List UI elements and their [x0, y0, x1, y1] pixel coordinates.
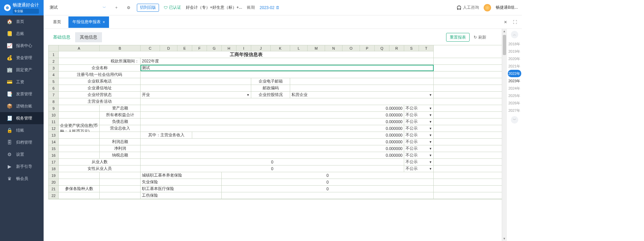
scroll-up-icon[interactable]: ▲	[502, 29, 507, 34]
cell[interactable]	[59, 145, 100, 152]
row-header[interactable]: 14	[49, 139, 59, 145]
period-selector[interactable]: 2023-02 🗓	[260, 5, 280, 10]
year-item[interactable]: 2019年	[508, 48, 521, 55]
cell[interactable]: 负债总额	[100, 118, 141, 125]
col-header[interactable]: E	[177, 45, 192, 51]
year-item[interactable]: 2025年	[508, 92, 521, 99]
cell[interactable]	[100, 172, 141, 179]
year-item[interactable]: 2018年	[508, 40, 521, 48]
dropdown-cell[interactable]: 不公示▼	[404, 118, 434, 125]
cell[interactable]: 职工基本医疗保险	[141, 186, 222, 192]
row-header[interactable]: 20	[49, 179, 59, 186]
dropdown-cell[interactable]: 不公示▼	[404, 165, 434, 172]
cell[interactable]: 0.000000	[141, 112, 404, 118]
spreadsheet[interactable]: 12345678910111213141516171819202122 ABCD…	[48, 45, 506, 199]
cell[interactable]: 测试	[141, 65, 434, 71]
sidebar-item-1[interactable]: 📒总账	[0, 28, 44, 40]
cell[interactable]: 企业通信地址	[59, 85, 141, 91]
cell[interactable]: 税款所属期间：	[59, 58, 141, 64]
cell[interactable]	[59, 172, 100, 179]
cell[interactable]: 邮政编码	[251, 85, 290, 91]
cell[interactable]: 0.000000	[141, 125, 404, 132]
col-header[interactable]: I	[236, 45, 251, 51]
cell[interactable]: 资产总额	[100, 105, 141, 111]
cell[interactable]: 企业电子邮箱	[251, 78, 290, 85]
row-header[interactable]: 12	[49, 125, 59, 132]
cell[interactable]: 企业控股情况	[251, 92, 290, 98]
close-all-button[interactable]: ✕	[502, 18, 509, 26]
col-header[interactable]: D	[160, 45, 177, 51]
dropdown-cell[interactable]: 不公示▼	[404, 145, 434, 152]
subtab-basic[interactable]: 基础信息	[48, 32, 75, 42]
sidebar-item-12[interactable]: ▶新手引导	[0, 160, 44, 173]
row-header[interactable]: 15	[49, 145, 59, 152]
year-up-button[interactable]: ︿	[511, 31, 518, 38]
scroll-thumb[interactable]	[503, 35, 506, 55]
cell[interactable]	[59, 179, 100, 185]
cell[interactable]: 企业经营状态	[59, 92, 141, 98]
cell[interactable]: 失业保险	[141, 179, 222, 185]
row-header[interactable]: 19	[49, 172, 59, 179]
dropdown-cell[interactable]: 不公示▼	[404, 105, 434, 111]
cell[interactable]: 所有者权益合计	[100, 112, 141, 118]
sidebar-item-9[interactable]: 🔒结账	[0, 124, 44, 136]
col-header[interactable]: S	[404, 45, 419, 51]
row-header[interactable]: 17	[49, 159, 59, 165]
dropdown-cell[interactable]: 不公示▼	[404, 152, 434, 158]
dropdown-cell[interactable]: 不公示▼	[404, 159, 434, 165]
dropdown-cell[interactable]: 不公示▼	[404, 139, 434, 145]
dropdown-cell[interactable]: 不公示▼	[404, 112, 434, 118]
cell[interactable]	[59, 105, 100, 111]
year-item[interactable]: 2022年	[508, 70, 521, 77]
cell[interactable]: 0.000000	[141, 139, 404, 145]
cell[interactable]: 工商年报信息表	[59, 51, 434, 58]
username[interactable]: 畅捷通B组...	[496, 5, 518, 10]
cell[interactable]: 0.000000	[141, 152, 404, 158]
cell[interactable]: 利润总额	[100, 139, 141, 145]
sidebar-item-13[interactable]: ♛畅会员	[0, 173, 44, 185]
cell[interactable]: 工伤保险	[141, 192, 222, 199]
col-header[interactable]: G	[207, 45, 222, 51]
row-header[interactable]: 5	[49, 78, 59, 85]
year-item[interactable]: 2021年	[508, 62, 521, 70]
cell[interactable]: 参保各险种人数	[59, 186, 100, 192]
year-item[interactable]: 2027年	[508, 107, 521, 114]
col-header[interactable]: F	[192, 45, 207, 51]
cell[interactable]: 企业资产状况信息(币种：人民币万元)	[59, 125, 100, 132]
cell[interactable]	[59, 192, 100, 199]
sidebar-item-2[interactable]: 📈报表中心	[0, 40, 44, 52]
cell[interactable]	[59, 112, 100, 118]
tab-annual-report[interactable]: 年报信息申报表 ×	[68, 16, 109, 28]
col-header[interactable]: Q	[375, 45, 389, 51]
col-header[interactable]: N	[325, 45, 342, 51]
row-header[interactable]: 11	[49, 118, 59, 125]
col-header[interactable]: O	[342, 45, 360, 51]
dropdown-cell[interactable]: 开业▼	[141, 92, 251, 98]
row-header[interactable]: 7	[49, 92, 59, 98]
col-header[interactable]: B	[100, 45, 141, 51]
cell[interactable]	[100, 179, 141, 185]
sidebar-item-0[interactable]: 🏠首页	[0, 15, 44, 28]
row-header[interactable]: 8	[49, 98, 59, 105]
avatar[interactable]	[484, 4, 491, 11]
cell[interactable]	[141, 85, 251, 91]
cell[interactable]: 营业总收入	[100, 125, 141, 132]
cell[interactable]: 0.000000	[192, 132, 404, 138]
cell[interactable]: 净利润	[100, 145, 141, 152]
sidebar-item-5[interactable]: 💳工资	[0, 76, 44, 88]
sidebar-item-4[interactable]: 🏢固定资产	[0, 64, 44, 76]
sidebar-item-8[interactable]: 🧾税务管理	[0, 112, 44, 124]
cell[interactable]: 主营业务活动	[59, 98, 141, 105]
row-header[interactable]: 9	[49, 105, 59, 112]
cell[interactable]: 0.000000	[141, 145, 404, 152]
cell[interactable]	[222, 192, 434, 199]
col-header[interactable]: P	[360, 45, 375, 51]
cell[interactable]	[290, 78, 434, 85]
sidebar-item-11[interactable]: ⚙设置	[0, 148, 44, 160]
cell[interactable]	[59, 139, 100, 145]
cell[interactable]	[141, 78, 251, 85]
cell[interactable]: 纳税总额	[100, 152, 141, 158]
scroll-down-icon[interactable]: ▼	[502, 236, 507, 241]
tab-home[interactable]: 首页	[49, 16, 65, 28]
cell[interactable]: 0	[222, 172, 434, 179]
